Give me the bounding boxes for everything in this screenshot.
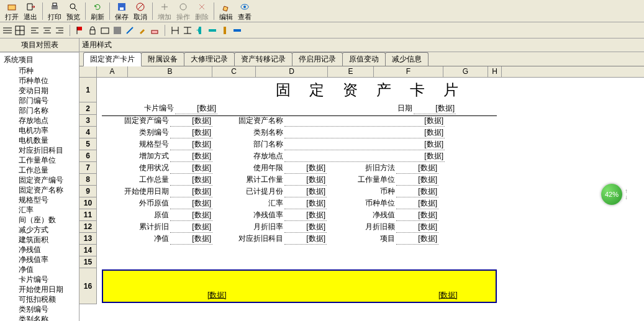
- field-value[interactable]: [数据]: [438, 290, 458, 301]
- col-header-F[interactable]: F: [374, 66, 443, 77]
- tree-item[interactable]: 净残值率: [2, 255, 79, 264]
- row-header[interactable]: 10: [79, 197, 97, 209]
- tree-item[interactable]: 净残值: [2, 245, 79, 255]
- insert-row-icon[interactable]: [207, 25, 217, 35]
- tree-item[interactable]: 间（座）数: [2, 215, 79, 225]
- cancel-button[interactable]: 取消: [131, 1, 150, 22]
- brush-icon[interactable]: [137, 25, 147, 35]
- field-value[interactable]: [数据]: [284, 115, 445, 127]
- row-header[interactable]: 6: [79, 150, 97, 162]
- align-center-icon[interactable]: [42, 25, 52, 35]
- field-value[interactable]: [数据]: [170, 198, 212, 209]
- tree-item[interactable]: 电机功率: [2, 125, 79, 135]
- field-value[interactable]: [数据]: [396, 222, 438, 233]
- field-value[interactable]: [数据]: [170, 222, 212, 233]
- field-value[interactable]: [数据]: [284, 174, 327, 186]
- view-button[interactable]: 查看: [235, 1, 254, 22]
- tab-1[interactable]: 附属设备: [141, 52, 184, 66]
- tree-item[interactable]: 工作总量: [2, 165, 79, 175]
- save-button[interactable]: 保存: [112, 1, 131, 22]
- field-value[interactable]: [数据]: [170, 127, 212, 138]
- field-value[interactable]: [数据]: [396, 163, 438, 174]
- row-header[interactable]: 3: [79, 115, 97, 127]
- tree-item[interactable]: 变动日期: [2, 86, 79, 96]
- row-header[interactable]: 5: [79, 138, 97, 150]
- col-header-G[interactable]: G: [443, 66, 488, 77]
- grid-icon[interactable]: [15, 25, 25, 35]
- tree-item[interactable]: 工作量单位: [2, 155, 79, 165]
- field-value[interactable]: [数据]: [284, 127, 445, 138]
- tree-item[interactable]: 减少方式: [2, 225, 79, 235]
- field-value[interactable]: [数据]: [396, 186, 438, 197]
- tree-item[interactable]: 类别编号: [2, 304, 79, 314]
- shade-icon[interactable]: [112, 25, 122, 35]
- eraser-icon[interactable]: [150, 25, 160, 35]
- row-header[interactable]: 13: [79, 233, 97, 245]
- tree-item[interactable]: 建筑面积: [2, 235, 79, 245]
- tab-0[interactable]: 固定资产卡片: [83, 52, 142, 66]
- row-header[interactable]: 8: [79, 174, 97, 186]
- sheet-area[interactable]: ABCDEFGH 1固 定 资 产 卡 片2卡片编号[数据]日期[数据]3固定资…: [79, 66, 644, 321]
- tree-item[interactable]: 固定资产名称: [2, 185, 79, 195]
- row-header[interactable]: 2: [79, 102, 97, 115]
- tree-item[interactable]: 存放地点: [2, 115, 79, 125]
- field-value[interactable]: [数据]: [284, 198, 327, 209]
- tree-item[interactable]: 币种单位: [2, 76, 79, 86]
- row-header[interactable]: 1: [79, 78, 97, 102]
- col-header-A[interactable]: A: [97, 66, 128, 77]
- field-value[interactable]: [数据]: [284, 186, 327, 197]
- field-value[interactable]: [数据]: [284, 151, 445, 162]
- field-value[interactable]: [数据]: [284, 210, 327, 221]
- field-value[interactable]: [数据]: [207, 290, 227, 301]
- wand-icon[interactable]: [125, 25, 135, 35]
- tree-item[interactable]: 规格型号: [2, 195, 79, 205]
- tree-item[interactable]: 开始使用日期: [2, 284, 79, 294]
- tree-item[interactable]: 可抵扣税额: [2, 294, 79, 304]
- tab-2[interactable]: 大修理记录: [184, 52, 235, 66]
- tree-item[interactable]: 币种: [2, 66, 79, 76]
- field-value[interactable]: [数据]: [284, 233, 327, 245]
- select-all-corner[interactable]: [79, 66, 97, 77]
- field-value[interactable]: [数据]: [170, 115, 212, 127]
- print-button[interactable]: 打印: [45, 1, 64, 22]
- preview-button[interactable]: 预览: [64, 1, 83, 22]
- field-value[interactable]: [数据]: [284, 163, 327, 174]
- tree-scroll[interactable]: 系统项目 币种币种单位变动日期部门编号部门名称存放地点电机功率电机数量对应折旧科…: [0, 52, 79, 321]
- row-height-icon[interactable]: [183, 25, 193, 35]
- col-header-D[interactable]: D: [256, 66, 328, 77]
- field-value[interactable]: [数据]: [396, 198, 438, 209]
- tab-3[interactable]: 资产转移记录: [234, 52, 293, 66]
- tab-4[interactable]: 停启用记录: [292, 52, 343, 66]
- row-header[interactable]: 4: [79, 127, 97, 138]
- field-value[interactable]: [数据]: [170, 163, 212, 174]
- field-value[interactable]: [数据]: [175, 103, 217, 114]
- tree-item[interactable]: 电机数量: [2, 135, 79, 145]
- col-header-E[interactable]: E: [328, 66, 374, 77]
- tree-item[interactable]: 汇率: [2, 205, 79, 215]
- flag-icon[interactable]: [75, 25, 85, 35]
- field-value[interactable]: [数据]: [396, 233, 438, 245]
- field-value[interactable]: [数据]: [396, 174, 438, 186]
- delete-col-icon[interactable]: [220, 25, 230, 35]
- row-header[interactable]: 7: [79, 162, 97, 174]
- row-header[interactable]: 11: [79, 209, 97, 221]
- box-icon[interactable]: [100, 25, 110, 35]
- insert-col-icon[interactable]: +: [195, 25, 205, 35]
- tab-5[interactable]: 原值变动: [342, 52, 386, 66]
- edit-button[interactable]: 编辑: [217, 1, 235, 22]
- tree-item[interactable]: 类别名称: [2, 314, 79, 321]
- open-button[interactable]: 打开: [2, 1, 21, 22]
- field-value[interactable]: [数据]: [170, 233, 212, 245]
- col-header-H[interactable]: H: [488, 66, 502, 77]
- lines-icon[interactable]: [2, 25, 12, 35]
- field-value[interactable]: [数据]: [396, 210, 438, 221]
- field-value[interactable]: [数据]: [170, 139, 212, 150]
- col-header-B[interactable]: B: [128, 66, 212, 77]
- field-value[interactable]: [数据]: [170, 174, 212, 186]
- row-header[interactable]: 9: [79, 186, 97, 197]
- field-value[interactable]: [数据]: [170, 210, 212, 221]
- delete-row-icon[interactable]: [232, 25, 242, 35]
- tree-item[interactable]: 固定资产编号: [2, 175, 79, 185]
- field-value[interactable]: [数据]: [284, 222, 327, 233]
- tab-6[interactable]: 减少信息: [385, 52, 429, 66]
